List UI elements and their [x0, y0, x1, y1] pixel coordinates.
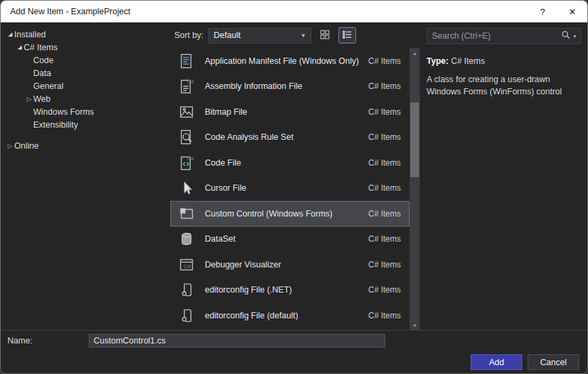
assembly-information-file-icon: C#	[178, 77, 197, 95]
template-group: C# Items	[368, 311, 404, 320]
chevron-down-icon[interactable]: ▼	[572, 34, 577, 39]
name-label: Name:	[7, 336, 89, 345]
editorconfig-dotnet-file-icon	[178, 281, 197, 299]
tree-label: Installed	[14, 30, 46, 39]
template-label: Code File	[205, 158, 368, 168]
tree-node-installed[interactable]: ◢ Installed	[1, 28, 170, 41]
cancel-button[interactable]: Cancel	[528, 354, 579, 370]
tree-label: C# Items	[24, 43, 58, 52]
template-row[interactable]: editorconfig File (.NET) C# Items	[170, 278, 410, 303]
search-controls[interactable]: ▼	[561, 30, 577, 42]
cursor-file-icon	[178, 179, 197, 197]
template-description: A class for creating a user-drawn Window…	[427, 73, 581, 98]
triangle-expanded-icon[interactable]: ◢	[16, 44, 24, 50]
tree-node-general[interactable]: General	[1, 79, 170, 92]
template-group: C# Items	[368, 260, 404, 269]
tree-node-code[interactable]: Code	[1, 54, 170, 67]
template-label: Code Analysis Rule Set	[205, 132, 368, 142]
template-group: C# Items	[368, 107, 404, 117]
template-label: Application Manifest File (Windows Only)	[205, 56, 368, 66]
tree-node-csharp-items[interactable]: ◢ C# Items	[1, 41, 170, 54]
tree-node-web[interactable]: ▷ Web	[1, 92, 170, 105]
search-icon[interactable]	[561, 30, 571, 42]
template-list-wrap: Application Manifest File (Windows Only)…	[170, 48, 420, 330]
template-group: C# Items	[368, 132, 404, 142]
template-group: C# Items	[368, 56, 404, 66]
scrollbar-thumb[interactable]	[410, 102, 419, 177]
template-group: C# Items	[368, 285, 404, 295]
type-value: C# Items	[451, 56, 485, 66]
tree-label: General	[33, 81, 63, 91]
code-file-icon: C#	[178, 154, 197, 172]
template-row[interactable]: C# Assembly Information File C# Items	[170, 74, 410, 100]
code-analysis-rule-set-icon	[178, 128, 197, 146]
tree-label: Windows Forms	[33, 107, 94, 117]
sort-dropdown[interactable]: Default ▼	[208, 28, 311, 43]
name-row: Name:	[1, 331, 587, 351]
triangle-collapsed-icon[interactable]: ▷	[6, 143, 14, 149]
tree-label: Online	[14, 141, 39, 151]
grid-view-icon	[319, 29, 330, 42]
type-line: Type: C# Items	[427, 56, 581, 66]
tree-label: Extensibility	[33, 120, 78, 130]
small-icons-view-button[interactable]	[316, 27, 334, 43]
template-row[interactable]: Code Analysis Rule Set C# Items	[170, 125, 410, 151]
chevron-down-icon: ▼	[300, 33, 306, 39]
dialog-content: ◢ Installed ◢ C# Items Code Data General…	[1, 22, 587, 330]
svg-text:C#: C#	[187, 79, 194, 85]
tree-node-extensibility[interactable]: Extensibility	[1, 118, 170, 131]
svg-text:C#: C#	[184, 263, 191, 269]
close-button[interactable]: ✕	[557, 1, 587, 22]
list-scrollbar[interactable]: ▲ ▼	[410, 48, 420, 330]
template-row[interactable]: DataSet C# Items	[170, 227, 410, 253]
tree-node-windows-forms[interactable]: Windows Forms	[1, 105, 170, 118]
sort-dropdown-value: Default	[214, 31, 241, 40]
template-row[interactable]: Application Manifest File (Windows Only)…	[170, 48, 410, 74]
triangle-expanded-icon[interactable]: ◢	[6, 31, 14, 37]
scroll-up-icon[interactable]: ▲	[410, 48, 420, 58]
search-box: ▼	[427, 28, 581, 44]
titlebar: Add New Item - ExampleProject ? ✕	[1, 1, 587, 22]
dataset-icon	[178, 230, 197, 248]
template-row[interactable]: Bitmap File C# Items	[170, 99, 410, 125]
bitmap-file-icon	[178, 103, 197, 121]
template-row[interactable]: C# Code File C# Items	[170, 150, 410, 176]
template-label: Custom Control (Windows Forms)	[205, 209, 368, 219]
editorconfig-default-file-icon	[178, 307, 197, 324]
help-button[interactable]: ?	[528, 1, 557, 22]
application-manifest-file-icon	[178, 52, 197, 70]
template-label: editorconfig File (.NET)	[205, 285, 368, 295]
add-button[interactable]: Add	[471, 354, 522, 370]
template-group: C# Items	[368, 183, 404, 193]
tree-node-online[interactable]: ▷ Online	[1, 139, 170, 152]
template-group: C# Items	[368, 234, 404, 244]
svg-text:C#: C#	[187, 155, 194, 162]
window-title: Add New Item - ExampleProject	[1, 7, 528, 16]
template-group: C# Items	[368, 209, 404, 219]
template-label: Cursor File	[205, 183, 368, 193]
scroll-down-icon[interactable]: ▼	[410, 320, 420, 330]
template-label: editorconfig File (default)	[205, 311, 368, 320]
button-row: Add Cancel	[1, 351, 587, 373]
template-row[interactable]: Cursor File C# Items	[170, 176, 410, 202]
tree-node-data[interactable]: Data	[1, 67, 170, 79]
list-view-icon	[342, 29, 353, 42]
details-pane: ▼ Type: C# Items A class for creating a …	[420, 22, 587, 330]
type-label: Type:	[427, 56, 448, 66]
tree-label: Data	[33, 69, 51, 78]
tree-label: Web	[33, 94, 50, 104]
template-row-selected[interactable]: Custom Control (Windows Forms) C# Items	[170, 201, 410, 227]
template-group: C# Items	[368, 158, 404, 168]
triangle-collapsed-icon[interactable]: ▷	[25, 96, 33, 102]
search-input[interactable]	[432, 31, 561, 41]
template-label: Assembly Information File	[205, 81, 368, 91]
template-row[interactable]: editorconfig File (default) C# Items	[170, 303, 410, 329]
add-new-item-dialog: Add New Item - ExampleProject ? ✕ ◢ Inst…	[0, 0, 588, 374]
list-view-button[interactable]	[338, 27, 356, 43]
sort-by-label: Sort by:	[174, 31, 203, 40]
name-input[interactable]	[89, 334, 385, 348]
sort-toolbar: Sort by: Default ▼	[170, 22, 420, 48]
template-row[interactable]: C# Debugger Visualizer C# Items	[170, 252, 410, 278]
template-list: Application Manifest File (Windows Only)…	[170, 48, 410, 330]
template-label: DataSet	[205, 234, 368, 244]
